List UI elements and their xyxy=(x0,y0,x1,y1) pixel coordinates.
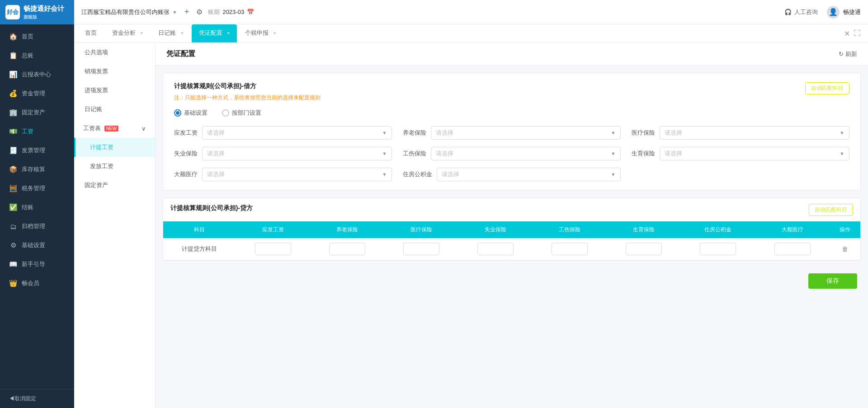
delete-row-button[interactable]: 🗑 xyxy=(842,245,848,253)
sidebar-item-funds[interactable]: 💰 资金管理 xyxy=(0,84,74,103)
sidebar-option-pay-salary[interactable]: 发放工资 xyxy=(74,157,155,176)
field-injury: 工伤保险 请选择 ▼ xyxy=(403,147,621,160)
cell-gross[interactable] xyxy=(236,238,310,260)
credit-section-title: 计提核算规则(公司承担)-贷方 xyxy=(170,204,253,212)
logo-sub: 旗舰版 xyxy=(24,14,64,20)
settings-icon[interactable]: ⚙ xyxy=(196,8,203,16)
sidebar-item-invoice[interactable]: 🧾 发票管理 xyxy=(0,141,74,160)
tab-voucher-close[interactable]: × xyxy=(227,30,230,36)
input-medical[interactable] xyxy=(403,243,439,255)
user-menu[interactable]: 👤 畅捷通 xyxy=(827,6,861,19)
sidebar-item-fixed-assets[interactable]: 🏢 固定资产 xyxy=(0,103,74,122)
cancel-pin-button[interactable]: ◀取消固定 xyxy=(0,389,74,408)
input-large-medical[interactable] xyxy=(774,243,811,255)
select-gross-salary[interactable]: 请选择 ▼ xyxy=(202,126,392,140)
debit-auto-match-button[interactable]: 自动匹配科目 xyxy=(805,82,849,94)
cell-housing[interactable] xyxy=(681,238,755,260)
row-label: 计提贷方科目 xyxy=(163,238,236,260)
ledger-icon: 📋 xyxy=(9,52,17,60)
select-injury-placeholder: 请选择 xyxy=(436,150,453,158)
sidebar-option-salary-table[interactable]: 工资表 NEW ∨ xyxy=(74,119,155,138)
chevron-down-icon-7: ▼ xyxy=(382,172,387,177)
sidebar-item-tax[interactable]: 🧮 税务管理 xyxy=(0,179,74,198)
select-medical[interactable]: 请选择 ▼ xyxy=(660,126,849,140)
sidebar-option-accrual[interactable]: 计提工资 xyxy=(74,138,155,157)
salary-table-label: 工资表 NEW xyxy=(83,124,118,132)
topbar: 江西服宝精品有限责任公司内账张 ▼ + ⚙ 账期 2023-03 📅 🎧 人工咨… xyxy=(74,0,868,24)
tab-journal-close[interactable]: × xyxy=(180,30,183,36)
chevron-down-icon-4: ▼ xyxy=(382,151,387,156)
cell-injury[interactable] xyxy=(533,238,607,260)
input-gross[interactable] xyxy=(255,243,291,255)
th-gross-salary: 应发工资 xyxy=(236,221,310,238)
cell-large-medical[interactable] xyxy=(755,238,829,260)
field-housing-fund: 住房公积金 请选择 ▼ xyxy=(403,168,621,181)
customer-service-button[interactable]: 🎧 人工咨询 xyxy=(784,8,818,16)
select-large-medical[interactable]: 请选择 ▼ xyxy=(202,168,392,181)
sidebar-option-public[interactable]: 公共选项 xyxy=(74,43,155,62)
input-housing[interactable] xyxy=(700,243,736,255)
sidebar-item-settings[interactable]: ⚙ 基础设置 xyxy=(0,236,74,255)
avatar: 👤 xyxy=(827,6,840,19)
sidebar-option-purchase-invoice[interactable]: 进项发票 xyxy=(74,81,155,100)
sidebar-option-journal[interactable]: 日记账 xyxy=(74,100,155,119)
refresh-icon: ↻ xyxy=(839,51,844,57)
sidebar-item-label: 首页 xyxy=(22,33,33,41)
th-subject: 科目 xyxy=(163,221,236,238)
cell-medical[interactable] xyxy=(384,238,458,260)
radio-dept[interactable]: 按部门设置 xyxy=(222,109,261,117)
period-label: 账期 xyxy=(208,8,220,16)
maximize-window-button[interactable]: ⛶ xyxy=(854,29,861,38)
add-account-button[interactable]: + xyxy=(183,7,191,17)
sidebar-item-inventory[interactable]: 📦 库存核算 xyxy=(0,160,74,179)
company-selector[interactable]: 江西服宝精品有限责任公司内账张 ▼ xyxy=(81,8,177,16)
calendar-icon[interactable]: 📅 xyxy=(247,9,254,15)
refresh-button[interactable]: ↻ 刷新 xyxy=(839,50,857,58)
sidebar-item-home[interactable]: 🏠 首页 xyxy=(0,27,74,46)
close-window-button[interactable]: ✕ xyxy=(844,29,850,38)
tab-journal[interactable]: 日记账 × xyxy=(151,24,190,42)
tab-voucher-config[interactable]: 凭证配置 × xyxy=(192,24,237,42)
sidebar-option-sales-invoice[interactable]: 销项发票 xyxy=(74,62,155,81)
cell-maternity[interactable] xyxy=(607,238,681,260)
sidebar-item-reports[interactable]: 📊 云报表中心 xyxy=(0,65,74,84)
select-housing-fund[interactable]: 请选择 ▼ xyxy=(437,168,621,181)
input-pension[interactable] xyxy=(329,243,365,255)
select-injury[interactable]: 请选择 ▼ xyxy=(431,147,621,160)
select-pension[interactable]: 请选择 ▼ xyxy=(431,126,621,140)
radio-basic[interactable]: 基础设置 xyxy=(174,109,208,117)
sidebar-item-general-ledger[interactable]: 📋 总账 xyxy=(0,46,74,65)
cell-pension[interactable] xyxy=(310,238,384,260)
sidebar-item-label: 基础设置 xyxy=(22,241,45,249)
th-injury: 工伤保险 xyxy=(533,221,607,238)
table-row: 计提贷方科目 🗑 xyxy=(163,238,860,260)
sidebar-item-salary[interactable]: 💵 工资 xyxy=(0,122,74,141)
input-injury[interactable] xyxy=(552,243,588,255)
input-maternity[interactable] xyxy=(626,243,662,255)
cell-unemployment[interactable] xyxy=(458,238,533,260)
sidebar-item-archive[interactable]: 🗂 归档管理 xyxy=(0,217,74,236)
sidebar-item-member[interactable]: 👑 畅会员 xyxy=(0,274,74,293)
save-button[interactable]: 保存 xyxy=(808,273,857,289)
tab-funds-close[interactable]: × xyxy=(140,30,143,36)
credit-auto-match-button[interactable]: 自动匹配科目 xyxy=(809,204,853,216)
sidebar-option-fixed-assets[interactable]: 固定资产 xyxy=(74,176,155,195)
select-maternity[interactable]: 请选择 ▼ xyxy=(660,147,849,160)
tab-journal-label: 日记账 xyxy=(158,29,176,37)
th-large-medical: 大额医疗 xyxy=(755,221,829,238)
select-pension-placeholder: 请选择 xyxy=(436,129,453,137)
select-unemployment[interactable]: 请选择 ▼ xyxy=(202,147,392,160)
input-unemployment[interactable] xyxy=(477,243,514,255)
sidebar-item-guide[interactable]: 📖 新手引导 xyxy=(0,255,74,274)
radio-group: 基础设置 按部门设置 xyxy=(174,109,849,117)
tab-tax-close[interactable]: × xyxy=(273,30,276,36)
content-main: 凭证配置 ↻ 刷新 计提核算规则(公司承担)-借方 注：只能选择一种方式，系统将… xyxy=(156,43,868,408)
tab-home[interactable]: 首页 xyxy=(78,24,104,42)
debit-section: 计提核算规则(公司承担)-借方 注：只能选择一种方式，系统将按照您当前的选择来配… xyxy=(163,73,861,191)
tab-tax[interactable]: 个税申报 × xyxy=(238,24,283,42)
label-maternity: 生育保险 xyxy=(632,150,655,158)
tab-funds[interactable]: 资金分析 × xyxy=(105,24,150,42)
period-value[interactable]: 2023-03 xyxy=(222,9,244,15)
sidebar-item-close-accounts[interactable]: ✅ 结账 xyxy=(0,198,74,217)
debit-section-left: 计提核算规则(公司承担)-借方 注：只能选择一种方式，系统将按照您当前的选择来配… xyxy=(174,82,321,109)
